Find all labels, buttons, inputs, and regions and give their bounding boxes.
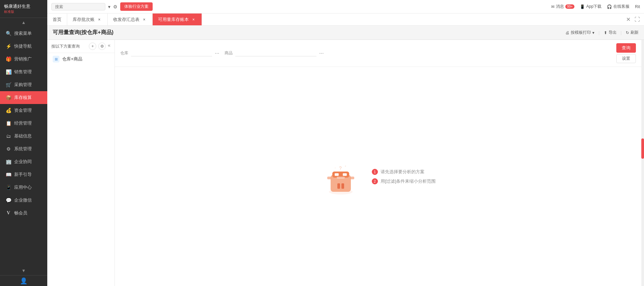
empty-tips: 1 请先选择要分析的方案 2 用[过滤]条件来缩小分析范围 xyxy=(372,169,436,184)
appstore-icon: 📱 xyxy=(5,185,11,190)
inventory-icon: 📦 xyxy=(5,95,11,100)
main-area: ▾ ⚙ 体验行业方案 ✉ 消息 99+ 📱 App下载 🎧 在线客服 Rit 首… xyxy=(47,0,644,286)
sidebar-item-label: 畅会员 xyxy=(14,210,27,216)
topbar-right: ✉ 消息 99+ 📱 App下载 🎧 在线客服 Rit xyxy=(551,4,640,9)
warehouse-filter-input[interactable] xyxy=(131,50,212,56)
marketing-icon: 🎁 xyxy=(5,56,11,62)
page-header: 可用量查询(按仓库+商品) 🖨 按模板打印 ▾ | ⬆ 导出 | ↻ 刷新 xyxy=(47,26,644,40)
scheme-warehouse-goods[interactable]: ⊞ 仓库+商品 xyxy=(47,53,114,65)
topbar-app-download[interactable]: 📱 App下载 xyxy=(580,4,601,9)
svg-text:?: ? xyxy=(339,165,342,171)
tab-home[interactable]: 首页 xyxy=(47,14,67,25)
goods-filter-input[interactable] xyxy=(235,50,316,56)
sidebar-item-member[interactable]: V 畅会员 xyxy=(0,207,47,219)
svg-rect-6 xyxy=(337,183,340,189)
tabbar-expand-button[interactable]: ⛶ xyxy=(633,15,641,24)
filter-actions: 查询 设置 xyxy=(616,43,636,63)
scheme-warehouse-icon: ⊞ xyxy=(53,56,59,62)
page-title: 可用量查询(按仓库+商品) xyxy=(53,29,113,36)
query-button[interactable]: 查询 xyxy=(616,43,636,53)
sidebar-item-sales[interactable]: 📊 销售管理 xyxy=(0,66,47,78)
phone-icon: 📱 xyxy=(580,4,585,9)
sidebar-item-label: 企业协同 xyxy=(14,159,32,165)
content-area: 按以下方案查询 + ⚙ « ⊞ 仓库+商品 xyxy=(47,40,644,286)
tab-batch-close[interactable]: × xyxy=(97,17,102,22)
sidebar-item-wechat[interactable]: 💬 企业微信 xyxy=(0,194,47,207)
sidebar-item-newbie[interactable]: 📖 新手引导 xyxy=(0,168,47,181)
svg-rect-7 xyxy=(341,183,344,189)
sidebar-item-purchase[interactable]: 🛒 采购管理 xyxy=(0,78,47,91)
sidebar-item-finance[interactable]: 💰 资金管理 xyxy=(0,104,47,117)
sidebar-brand: 畅康通好生意 标准版 xyxy=(0,0,47,18)
sidebar-item-inventory[interactable]: 📦 库存核算 xyxy=(0,91,47,104)
shortcut-icon: ⚡ xyxy=(5,44,11,49)
tabbar-close-button[interactable]: ✕ xyxy=(625,15,632,24)
collapse-button[interactable]: « xyxy=(108,43,110,50)
sidebar-item-marketing[interactable]: 🎁 营销推广 xyxy=(0,53,47,66)
sidebar-item-search[interactable]: 🔍 搜索菜单 xyxy=(0,27,47,40)
sales-icon: 📊 xyxy=(5,69,11,75)
topbar-online-service[interactable]: 🎧 在线客服 xyxy=(607,4,629,9)
finance-icon: 💰 xyxy=(5,108,11,113)
scheme-label: 仓库+商品 xyxy=(62,56,82,62)
left-panel: 按以下方案查询 + ⚙ « ⊞ 仓库+商品 xyxy=(47,40,115,286)
svg-rect-3 xyxy=(335,173,339,176)
warehouse-more-button[interactable]: ··· xyxy=(215,50,219,56)
sidebar-item-system[interactable]: ⚙ 系统管理 xyxy=(0,142,47,155)
empty-tip-2: 2 用[过滤]条件来缩小分析范围 xyxy=(372,178,436,184)
tab-storage[interactable]: 收发存汇总表 × xyxy=(108,14,153,25)
topbar-dropdown-button[interactable]: ▾ xyxy=(108,4,110,9)
topbar-gear-button[interactable]: ⚙ xyxy=(113,4,118,9)
app-label: App下载 xyxy=(586,4,601,9)
sidebar: 畅康通好生意 标准版 ▲ 🔍 搜索菜单 ⚡ 快捷导航 🎁 营销推广 📊 销售管理… xyxy=(0,0,47,286)
tab-available-close[interactable]: × xyxy=(191,17,196,22)
wechat-icon: 💬 xyxy=(5,198,11,203)
plus-icon: + xyxy=(92,44,94,49)
svg-rect-8 xyxy=(327,177,331,179)
sidebar-bottom-icon: 👤 xyxy=(20,277,27,285)
tab-batch[interactable]: 库存批次账 × xyxy=(67,14,108,25)
sidebar-item-label: 企业微信 xyxy=(14,197,32,203)
headset-icon: 🎧 xyxy=(607,4,612,9)
sidebar-item-shortcut[interactable]: ⚡ 快捷导航 xyxy=(0,40,47,53)
settings-scheme-button[interactable]: ⚙ xyxy=(98,43,106,50)
svg-rect-4 xyxy=(343,173,347,176)
refresh-button[interactable]: ↻ 刷新 xyxy=(626,30,639,35)
topbar-search-input[interactable] xyxy=(51,3,105,10)
search-icon: 🔍 xyxy=(5,31,11,36)
topbar-messages[interactable]: ✉ 消息 99+ xyxy=(551,4,574,9)
sidebar-scroll-up[interactable]: ▲ xyxy=(0,18,47,27)
topbar-user[interactable]: Rit xyxy=(635,4,640,9)
goods-more-button[interactable]: ··· xyxy=(319,50,324,56)
right-scrollbar[interactable] xyxy=(641,40,644,286)
sidebar-item-label: 采购管理 xyxy=(14,82,32,88)
filter-settings-button[interactable]: 设置 xyxy=(616,54,636,63)
left-panel-title: 按以下方案查询 xyxy=(51,44,80,49)
tab-storage-close[interactable]: × xyxy=(141,17,147,22)
sidebar-scroll-down[interactable]: ▼ xyxy=(0,266,47,275)
empty-tip-1: 1 请先选择要分析的方案 xyxy=(372,169,436,175)
export-button[interactable]: ⬆ 导出 xyxy=(604,30,617,35)
tab-available-label: 可用量库存账本 xyxy=(158,17,189,23)
sidebar-item-appstore[interactable]: 📱 应用中心 xyxy=(0,181,47,194)
left-panel-header: 按以下方案查询 + ⚙ « xyxy=(47,40,114,53)
system-icon: ⚙ xyxy=(5,146,11,152)
tabbar-right: ✕ ⛶ xyxy=(625,15,644,24)
basic-icon: 🗂 xyxy=(5,133,11,139)
sidebar-item-label: 销售管理 xyxy=(14,69,32,75)
sidebar-item-label: 系统管理 xyxy=(14,146,32,152)
tab-available[interactable]: 可用量库存账本 × xyxy=(153,14,202,25)
sidebar-item-enterprise[interactable]: 🏢 企业协同 xyxy=(0,155,47,168)
sidebar-item-label: 快捷导航 xyxy=(14,43,32,49)
print-button[interactable]: 🖨 按模板打印 ▾ xyxy=(565,30,594,35)
tab-storage-label: 收发存汇总表 xyxy=(113,17,139,23)
empty-state: ? * * 1 请先选择要分析的方案 2 用[过滤]条件来缩小 xyxy=(115,67,641,286)
print-dropdown-icon: ▾ xyxy=(592,30,594,35)
sidebar-item-label: 新手引导 xyxy=(14,172,32,178)
add-scheme-button[interactable]: + xyxy=(89,43,96,50)
topbar-industry-button[interactable]: 体验行业方案 xyxy=(120,2,153,11)
sidebar-item-operation[interactable]: 📋 经营管理 xyxy=(0,117,47,130)
sidebar-item-label: 应用中心 xyxy=(14,184,32,190)
sidebar-item-label: 搜索菜单 xyxy=(14,30,32,36)
sidebar-item-basic[interactable]: 🗂 基础信息 xyxy=(0,130,47,142)
